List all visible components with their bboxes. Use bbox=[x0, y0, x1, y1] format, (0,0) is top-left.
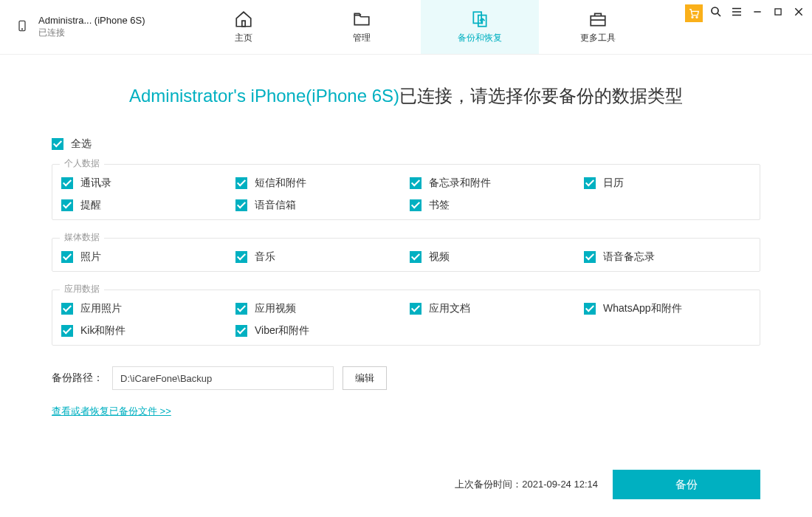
device-name: Administra... (iPhone 6S) bbox=[38, 15, 145, 27]
item-photos: 照片 bbox=[80, 250, 101, 264]
search-button[interactable] bbox=[709, 4, 723, 19]
checkbox-sms[interactable] bbox=[235, 177, 247, 189]
checkbox-kik[interactable] bbox=[61, 325, 73, 337]
device-block: Administra... (iPhone 6S) 已连接 bbox=[0, 0, 185, 54]
checkbox-photos[interactable] bbox=[61, 251, 73, 263]
checkbox-music[interactable] bbox=[235, 251, 247, 263]
svg-rect-9 bbox=[775, 9, 781, 15]
item-whatsapp: WhatsApp和附件 bbox=[603, 302, 682, 315]
phone-icon bbox=[16, 17, 31, 38]
item-sms: 短信和附件 bbox=[255, 177, 306, 190]
checkbox-app-photos[interactable] bbox=[61, 303, 73, 315]
menu-button[interactable] bbox=[729, 4, 744, 19]
toolbox-icon bbox=[588, 10, 608, 29]
svg-point-1 bbox=[21, 28, 22, 29]
device-status: 已连接 bbox=[38, 27, 145, 39]
select-all-label: 全选 bbox=[71, 137, 92, 151]
item-reminders: 提醒 bbox=[80, 199, 101, 212]
folder-icon bbox=[352, 10, 371, 29]
item-notes: 备忘录和附件 bbox=[429, 177, 491, 190]
item-contacts: 通讯录 bbox=[80, 177, 111, 190]
item-app-videos: 应用视频 bbox=[255, 302, 296, 315]
close-button[interactable] bbox=[791, 4, 806, 19]
checkbox-voicemail[interactable] bbox=[235, 199, 247, 211]
checkbox-whatsapp[interactable] bbox=[584, 303, 596, 315]
headline-device: Administrator's iPhone(iPhone 6S) bbox=[129, 86, 399, 106]
checkbox-app-docs[interactable] bbox=[410, 303, 422, 315]
home-icon bbox=[234, 10, 253, 29]
tab-manage-label: 管理 bbox=[353, 32, 371, 44]
tab-home-label: 主页 bbox=[235, 32, 252, 44]
svg-point-6 bbox=[692, 16, 693, 18]
last-backup-text: 上次备份时间：2021-09-24 12:14 bbox=[455, 478, 598, 491]
svg-rect-5 bbox=[591, 16, 605, 26]
group-apps-title: 应用数据 bbox=[60, 283, 104, 295]
checkbox-videos[interactable] bbox=[410, 251, 422, 263]
item-voicemail: 语音信箱 bbox=[255, 199, 296, 212]
group-personal: 个人数据 通讯录 短信和附件 备忘录和附件 日历 提醒 语音信箱 书签 bbox=[52, 164, 760, 220]
maximize-button[interactable] bbox=[771, 4, 785, 19]
svg-rect-2 bbox=[241, 21, 244, 27]
backup-icon bbox=[470, 10, 489, 29]
item-kik: Kik和附件 bbox=[80, 324, 125, 338]
cart-button[interactable] bbox=[685, 4, 703, 22]
group-apps: 应用数据 应用照片 应用视频 应用文档 WhatsApp和附件 Kik和附件 V… bbox=[52, 290, 760, 346]
tab-manage[interactable]: 管理 bbox=[303, 0, 421, 54]
checkbox-select-all[interactable] bbox=[52, 138, 63, 150]
group-media-title: 媒体数据 bbox=[60, 231, 104, 244]
tab-tools[interactable]: 更多工具 bbox=[539, 0, 657, 54]
checkbox-viber[interactable] bbox=[235, 325, 247, 337]
checkbox-calendar[interactable] bbox=[584, 177, 596, 189]
tab-backup-label: 备份和恢复 bbox=[458, 32, 502, 44]
headline-rest: 已连接，请选择你要备份的数据类型 bbox=[399, 86, 683, 106]
edit-path-button[interactable]: 编辑 bbox=[343, 366, 387, 390]
checkbox-notes[interactable] bbox=[410, 177, 422, 189]
item-calendar: 日历 bbox=[603, 177, 624, 190]
item-music: 音乐 bbox=[255, 250, 275, 264]
item-viber: Viber和附件 bbox=[255, 324, 309, 338]
svg-point-7 bbox=[696, 16, 698, 18]
checkbox-voice-memos[interactable] bbox=[584, 251, 596, 263]
item-app-photos: 应用照片 bbox=[80, 302, 122, 315]
svg-point-8 bbox=[712, 7, 718, 14]
item-app-docs: 应用文档 bbox=[429, 302, 470, 315]
path-label: 备份路径： bbox=[52, 372, 103, 385]
checkbox-bookmarks[interactable] bbox=[410, 199, 422, 211]
minimize-button[interactable] bbox=[750, 4, 765, 19]
tab-tools-label: 更多工具 bbox=[580, 32, 616, 44]
tab-backup[interactable]: 备份和恢复 bbox=[421, 0, 539, 54]
item-bookmarks: 书签 bbox=[429, 199, 450, 212]
checkbox-contacts[interactable] bbox=[61, 177, 73, 189]
group-personal-title: 个人数据 bbox=[60, 157, 104, 170]
backup-path-input[interactable] bbox=[112, 366, 334, 390]
tab-home[interactable]: 主页 bbox=[185, 0, 303, 54]
svg-rect-3 bbox=[473, 12, 481, 23]
view-restore-link[interactable]: 查看或者恢复已备份文件 >> bbox=[52, 405, 171, 418]
item-videos: 视频 bbox=[429, 250, 450, 264]
item-voice-memos: 语音备忘录 bbox=[603, 250, 655, 264]
checkbox-app-videos[interactable] bbox=[235, 303, 247, 315]
checkbox-reminders[interactable] bbox=[61, 199, 73, 211]
group-media: 媒体数据 照片 音乐 视频 语音备忘录 bbox=[52, 238, 760, 272]
page-headline: Administrator's iPhone(iPhone 6S)已连接，请选择… bbox=[52, 84, 760, 108]
backup-button[interactable]: 备份 bbox=[613, 470, 760, 499]
